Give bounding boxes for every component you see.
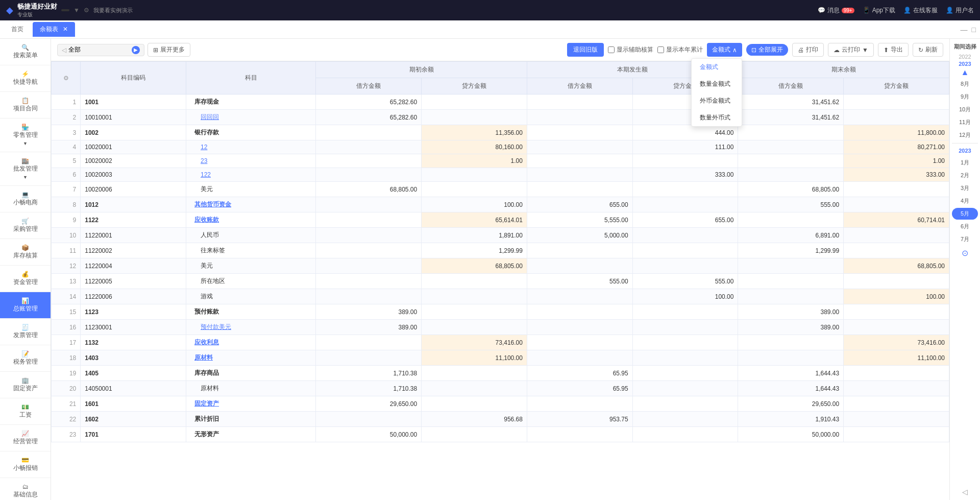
- sidebar-item-basic[interactable]: 🗂 基础信息: [0, 478, 51, 500]
- panel-collapse-btn[interactable]: ◁: [962, 488, 968, 496]
- expand-icon: ⊞: [153, 46, 158, 54]
- user-avatar[interactable]: 👤 用户名: [946, 6, 974, 15]
- expand-arrow[interactable]: ▼: [74, 7, 80, 14]
- message-btn[interactable]: 💬 消息 99+: [818, 6, 854, 15]
- mode-option-amount[interactable]: 金额式: [692, 59, 742, 76]
- opening-credit-cell: 100.00: [422, 197, 527, 212]
- sidebar-item-purchase[interactable]: 🛒 采购管理: [0, 212, 51, 239]
- period-select-title: 期间选择: [954, 43, 976, 51]
- sidebar-item-project[interactable]: 📋 项目合同: [0, 92, 51, 118]
- sidebar-item-capital[interactable]: 💰 资金管理: [0, 266, 51, 292]
- row-name[interactable]: 应收账款: [186, 212, 316, 228]
- year-total-label: 显示本年累计: [666, 45, 703, 54]
- refresh-btn[interactable]: ↻ 刷新: [913, 43, 943, 57]
- full-expand-btn[interactable]: ⊡ 全部展开: [746, 44, 788, 56]
- month-7[interactable]: 7月: [952, 233, 978, 245]
- month-8[interactable]: 8月: [952, 78, 978, 90]
- month-10[interactable]: 10月: [952, 104, 978, 115]
- month-11[interactable]: 11月: [952, 116, 978, 128]
- sidebar-item-wholesale[interactable]: 🏬 批发管理 ▼: [0, 152, 51, 186]
- year-total-check[interactable]: 显示本年累计: [657, 45, 703, 54]
- month-9[interactable]: 9月: [952, 91, 978, 103]
- export-btn[interactable]: ⬆ 导出: [878, 43, 909, 57]
- row-name[interactable]: 23: [186, 154, 316, 168]
- settings-top[interactable]: ⚙: [84, 7, 89, 14]
- auxiliary-check[interactable]: 显示辅助核算: [608, 45, 653, 54]
- row-name[interactable]: 回回回: [186, 110, 316, 125]
- month-6[interactable]: 6月: [952, 221, 978, 232]
- current-debit-cell: 5,000.00: [527, 228, 632, 243]
- sidebar-item-general[interactable]: 📊 总账管理: [0, 292, 51, 319]
- month-5[interactable]: 5月: [952, 208, 978, 220]
- row-name[interactable]: 预付款美元: [186, 320, 316, 335]
- row-name[interactable]: 应收利息: [186, 335, 316, 350]
- avatar-icon: 👤: [946, 7, 953, 14]
- closing-debit-cell: 555.00: [738, 197, 844, 212]
- mode-btn[interactable]: 金额式 ∧: [707, 43, 742, 57]
- window-minimize-btn[interactable]: —: [961, 26, 968, 34]
- closing-debit-cell: 68,805.00: [738, 182, 844, 197]
- month-up-arrow-icon[interactable]: ▲: [961, 68, 969, 77]
- closing-debit-cell: 6,891.00: [738, 228, 844, 243]
- cloud-print-btn[interactable]: ☁ 云打印 ▼: [828, 43, 874, 57]
- mode-option-quantity-amount[interactable]: 数量金额式: [692, 76, 742, 92]
- current-debit-cell: 953.75: [527, 412, 632, 427]
- demo-link[interactable]: 我要看实例演示: [93, 7, 133, 14]
- year-total-checkbox[interactable]: [657, 46, 664, 53]
- sidebar-item-search[interactable]: 🔍 搜索菜单: [0, 39, 51, 65]
- window-maximize-btn[interactable]: □: [972, 26, 976, 34]
- tab-home[interactable]: 首页: [4, 22, 31, 37]
- sidebar-item-quick-nav[interactable]: ⚡ 快捷导航: [0, 65, 51, 92]
- sidebar-item-inventory[interactable]: 📦 库存核算: [0, 239, 51, 266]
- current-credit-cell: [632, 412, 738, 427]
- print-btn[interactable]: 🖨 打印: [792, 43, 824, 57]
- row-name[interactable]: 固定资产: [186, 396, 316, 412]
- month-1[interactable]: 1月: [952, 157, 978, 169]
- sidebar-item-operation[interactable]: 📈 经营管理: [0, 425, 51, 451]
- sidebar-item-retail[interactable]: 🏪 零售管理 ▼: [0, 118, 51, 152]
- closing-credit-cell: 11,800.00: [844, 125, 949, 140]
- search-input[interactable]: [68, 46, 130, 54]
- app-download-btn[interactable]: 📱 App下载: [863, 6, 895, 15]
- sidebar-item-invoice[interactable]: 🧾 发票管理: [0, 319, 51, 345]
- refresh-icon: ↻: [918, 46, 923, 54]
- sidebar-label-wholesale: 批发管理: [3, 164, 47, 173]
- row-name[interactable]: 122: [186, 168, 316, 182]
- month-down-arrow-icon[interactable]: ⊙: [962, 248, 968, 258]
- expand-more-btn[interactable]: ⊞ 展开更多: [148, 43, 190, 57]
- sidebar-item-sales[interactable]: 💳 小畅报销: [0, 451, 51, 478]
- current-credit-cell: [632, 350, 738, 366]
- closing-debit-cell: 1,644.43: [738, 366, 844, 381]
- opening-debit-cell: [316, 197, 422, 212]
- tab-close-icon[interactable]: ✕: [63, 26, 68, 33]
- row-name[interactable]: 12: [186, 140, 316, 154]
- row-code: 1012: [81, 197, 186, 212]
- auxiliary-checkbox[interactable]: [608, 46, 615, 53]
- content-area: ◁ ▶ ⊞ 展开更多 退回旧版 显示辅助核算: [51, 39, 949, 500]
- month-12[interactable]: 12月: [952, 129, 978, 141]
- mode-option-quantity-foreign[interactable]: 数量外币式: [692, 109, 742, 126]
- opening-debit-cell: 68,805.00: [316, 182, 422, 197]
- month-2[interactable]: 2月: [952, 170, 978, 181]
- sidebar-label-invoice: 发票管理: [3, 331, 47, 340]
- back-old-version-btn[interactable]: 退回旧版: [567, 43, 604, 57]
- sidebar-item-ecommerce[interactable]: 💻 小畅电商: [0, 186, 51, 212]
- month-3[interactable]: 3月: [952, 182, 978, 194]
- sidebar-item-fixed[interactable]: 🏢 固定资产: [0, 372, 51, 398]
- mode-option-foreign-amount[interactable]: 外币金额式: [692, 92, 742, 109]
- closing-credit-cell: [844, 110, 949, 125]
- row-name[interactable]: 其他货币资金: [186, 197, 316, 212]
- row-name[interactable]: 原材料: [186, 350, 316, 366]
- tab-balance[interactable]: 余额表 ✕: [33, 22, 75, 37]
- table-row: 21 1601 固定资产 29,650.00 29,650.00: [52, 396, 949, 412]
- sidebar-item-salary[interactable]: 💵 工资: [0, 398, 51, 425]
- top-bar-right: 💬 消息 99+ 📱 App下载 👤 在线客服 👤 用户名: [818, 6, 974, 15]
- retail-arrow-icon: ▼: [23, 141, 28, 146]
- month-4[interactable]: 4月: [952, 195, 978, 207]
- online-service-btn[interactable]: 👤 在线客服: [903, 6, 938, 15]
- current-debit-header: 借方金额: [527, 78, 632, 94]
- search-box[interactable]: ◁ ▶: [57, 44, 144, 56]
- table-settings-icon[interactable]: ⚙: [63, 75, 69, 82]
- sidebar-item-tax[interactable]: 📝 税务管理: [0, 345, 51, 372]
- closing-col-header: 期末余额: [738, 62, 949, 78]
